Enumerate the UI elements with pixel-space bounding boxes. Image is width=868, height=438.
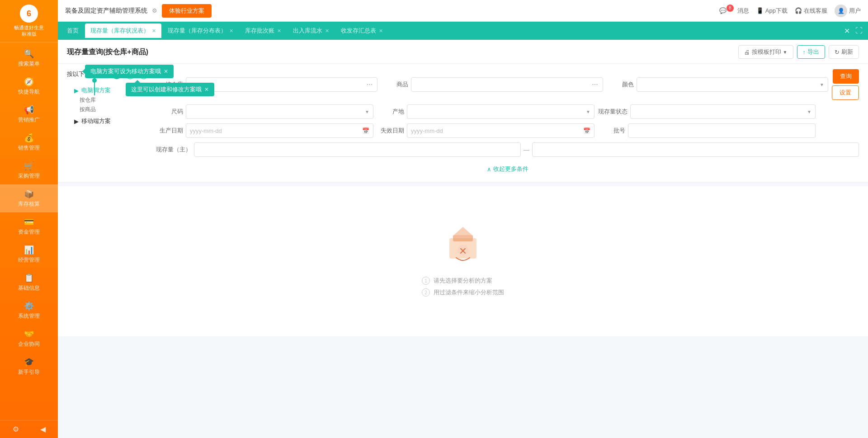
filter-field-inventory-status: 现存量状态 ▼ [598, 104, 816, 119]
topbar: 装备及固定资产辅助管理系统 ⚙ 体验行业方案 💬 8 消息 📱 App下载 🎧 … [58, 0, 868, 22]
message-item[interactable]: 💬 8 消息 [719, 7, 749, 15]
batch-no-label: 批号 [598, 127, 625, 135]
filter-row-4: 现存量（主） — [156, 142, 859, 157]
collapse-sidebar-btn[interactable]: ◀ [40, 425, 46, 433]
system-name: 装备及固定资产辅助管理系统 [65, 7, 147, 15]
reset-btn[interactable]: 设置 [832, 85, 859, 100]
page: 现存量查询(按仓库+商品) 🖨 按模板打印 ▼ ↑ 导出 ↻ 刷新 [58, 40, 868, 438]
empty-step-2: 2 用过滤条件来缩小分析范围 [422, 288, 504, 297]
goods-label: 商品 [381, 80, 408, 89]
sidebar-item-sales[interactable]: 💰 销售管理 [0, 128, 58, 156]
sidebar-nav: 🔍 搜索菜单 🧭 快捷导航 📢 营销推广 💰 销售管理 🛒 采购管理 📦 库存核… [0, 44, 58, 420]
scheme-item-mobile[interactable]: ▶ 移动端方案 [71, 115, 149, 127]
user-item[interactable]: 👤 用户 [835, 5, 861, 17]
inventory-status-arrow: ▼ [807, 109, 811, 114]
tab-fullscreen-btn[interactable]: ⛶ [854, 25, 864, 37]
filter-field-goods: 商品 ··· [381, 77, 603, 92]
tooltip-edit-close[interactable]: ✕ [204, 86, 209, 93]
main-area: 装备及固定资产辅助管理系统 ⚙ 体验行业方案 💬 8 消息 📱 App下载 🎧 … [58, 0, 868, 438]
tab-close-inventory-dist[interactable]: ✕ [229, 28, 233, 34]
sidebar-item-marketing[interactable]: 📢 营销推广 [0, 100, 58, 128]
topbar-right: 💬 8 消息 📱 App下载 🎧 在线客服 👤 用户 [719, 5, 861, 17]
sidebar-item-finance[interactable]: 💳 资金管理 [0, 212, 58, 240]
tab-inventory-dist[interactable]: 现存量（库存分布表） ✕ [162, 24, 239, 38]
warehouse-dots[interactable]: ··· [367, 80, 373, 89]
size-select[interactable]: ▼ [186, 104, 373, 119]
filter-field-batch-no: 批号 [598, 123, 816, 138]
sidebar-item-operations[interactable]: 📊 经营管理 [0, 240, 58, 268]
sidebar-item-guide[interactable]: 🧭 快捷导航 [0, 72, 58, 100]
collapse-label: 收起更多条件 [493, 165, 528, 173]
prod-date-from[interactable]: yyyy-mm-dd 📅 [186, 123, 373, 138]
message-badge: 8 [726, 5, 734, 12]
page-actions: 🖨 按模板打印 ▼ ↑ 导出 ↻ 刷新 [738, 45, 859, 59]
sidebar-item-newbie[interactable]: 🎓 新手引导 [0, 353, 58, 381]
sales-icon: 💰 [24, 133, 34, 143]
tooltip-pc-close[interactable]: ✕ [164, 68, 168, 75]
origin-label: 产地 [377, 108, 404, 116]
sidebar-item-enterprise[interactable]: 🤝 企业协同 [0, 325, 58, 353]
export-btn[interactable]: ↑ 导出 [797, 45, 826, 59]
origin-select[interactable]: ▼ [407, 104, 594, 119]
tab-close-all-btn[interactable]: ✕ [842, 25, 852, 37]
sidebar-item-basic[interactable]: 📋 基础信息 [0, 268, 58, 297]
tab-close-receive-summary[interactable]: ✕ [379, 28, 383, 34]
operations-icon: 📊 [24, 245, 34, 255]
filter-row-2: 尺码 ▼ 产地 ▼ [156, 104, 859, 119]
tab-close-inout-flow[interactable]: ✕ [325, 28, 329, 34]
scheme-sub-label2: 按商品 [71, 106, 149, 113]
empty-step-1: 1 请先选择要分析的方案 [422, 277, 504, 285]
tab-close-inventory-status[interactable]: ✕ [152, 28, 156, 34]
sidebar-item-system[interactable]: ⚙️ 系统管理 [0, 297, 58, 325]
collapse-icon: ∧ [487, 166, 491, 173]
inventory-main-from[interactable] [194, 142, 521, 157]
print-btn[interactable]: 🖨 按模板打印 ▼ [738, 45, 793, 59]
expire-date-from[interactable]: yyyy-mm-dd 📅 [407, 123, 594, 138]
app-download-item[interactable]: 📱 App下载 [756, 7, 788, 15]
tab-close-batch-ledger[interactable]: ✕ [277, 28, 281, 34]
refresh-btn[interactable]: ↻ 刷新 [829, 45, 859, 59]
sidebar-item-inventory[interactable]: 📦 库存核算 [0, 184, 58, 212]
scheme-pc-label: 电脑调方案 [81, 86, 111, 94]
svg-rect-1 [453, 235, 473, 241]
filter-field-prod-date: 生产日期 yyyy-mm-dd 📅 [156, 123, 373, 138]
color-select[interactable]: ▼ [637, 77, 828, 92]
tooltip-edit-text: 这里可以创建和修改方案哦 [131, 85, 202, 94]
tab-home[interactable]: 首页 [61, 27, 84, 35]
topbar-settings-icon[interactable]: ⚙ [152, 7, 157, 14]
connector-line [94, 82, 95, 95]
search-btn[interactable]: 查询 [833, 69, 859, 84]
range-sep: — [524, 146, 529, 153]
printer-icon: 🖨 [744, 49, 750, 56]
support-item[interactable]: 🎧 在线客服 [795, 7, 827, 15]
message-icon: 💬 [719, 7, 726, 14]
inventory-main-to[interactable] [532, 142, 859, 157]
experience-btn[interactable]: 体验行业方案 [162, 4, 212, 18]
filter-field-color: 颜色 ▼ [607, 77, 828, 92]
tab-inventory-status[interactable]: 现存量（库存状况表） ✕ [85, 24, 161, 38]
sidebar-item-search[interactable]: 🔍 搜索菜单 [0, 44, 58, 72]
collapse-row: ∧ 收起更多条件 [156, 161, 859, 177]
filter-field-origin: 产地 ▼ [377, 104, 594, 119]
tabbar: 首页 现存量（库存状况表） ✕ 现存量（库存分布表） ✕ 库存批次账 ✕ 出入库… [58, 22, 868, 40]
purchase-icon: 🛒 [24, 161, 34, 171]
support-icon: 🎧 [795, 7, 802, 14]
warehouse-select[interactable]: ··· [186, 77, 377, 92]
system-icon: ⚙️ [24, 301, 34, 311]
origin-arrow: ▼ [586, 109, 590, 114]
color-label: 颜色 [607, 80, 634, 89]
empty-area: 1 请先选择要分析的方案 2 用过滤条件来缩小分析范围 [58, 186, 868, 336]
settings-footer-btn[interactable]: ⚙ [13, 425, 19, 433]
search-icon: 🔍 [24, 49, 34, 59]
collapse-btn[interactable]: ∧ 收起更多条件 [487, 165, 528, 173]
topbar-left: 装备及固定资产辅助管理系统 ⚙ 体验行业方案 [65, 4, 212, 18]
sidebar-item-purchase[interactable]: 🛒 采购管理 [0, 156, 58, 184]
goods-select[interactable]: ··· [411, 77, 603, 92]
user-avatar: 👤 [835, 5, 847, 17]
tab-batch-ledger[interactable]: 库存批次账 ✕ [240, 24, 287, 38]
tab-inout-flow[interactable]: 出入库流水 ✕ [288, 24, 335, 38]
inventory-status-select[interactable]: ▼ [630, 104, 816, 119]
batch-no-input[interactable] [628, 123, 816, 138]
tab-receive-summary[interactable]: 收发存汇总表 ✕ [335, 24, 388, 38]
goods-dots[interactable]: ··· [592, 80, 598, 89]
